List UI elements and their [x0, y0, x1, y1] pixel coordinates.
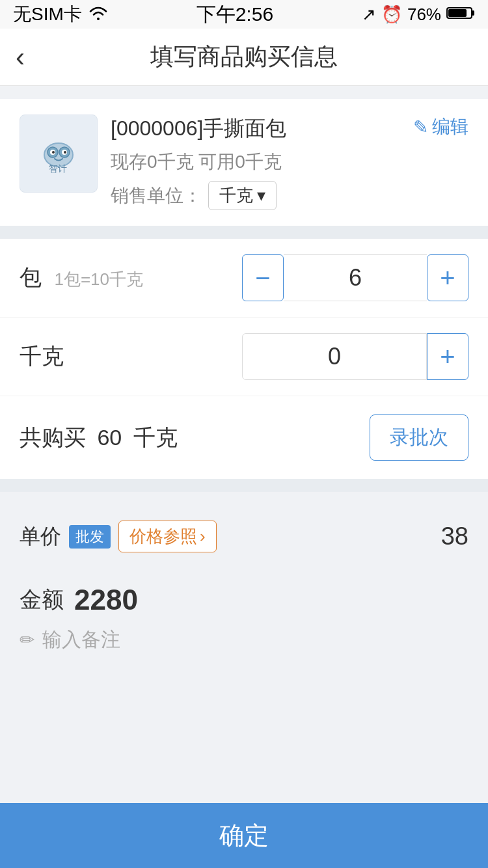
- battery-text: 76%: [407, 5, 441, 25]
- svg-text:智计: 智计: [49, 163, 67, 173]
- total-row: 共购买 60 千克 录批次: [0, 396, 488, 479]
- package-hint: 1包=10千克: [54, 269, 143, 289]
- record-batch-button[interactable]: 录批次: [370, 414, 468, 461]
- amount-value: 2280: [74, 584, 138, 616]
- amount-row: 金额 2280: [20, 584, 468, 616]
- price-left: 单价 批发 价格参照 ›: [20, 521, 217, 552]
- price-tag-wholesale: 批发: [69, 525, 111, 549]
- package-plus-button[interactable]: +: [427, 254, 468, 301]
- svg-rect-1: [472, 10, 474, 16]
- total-text: 共购买 60 千克: [20, 423, 178, 453]
- remark-placeholder: 输入备注: [42, 627, 120, 653]
- price-value: 38: [441, 522, 468, 550]
- product-unit: 销售单位： 千克 ▾: [111, 181, 468, 210]
- confirm-button[interactable]: 确定: [0, 803, 488, 868]
- status-time: 下午2:56: [197, 1, 273, 28]
- back-button[interactable]: ‹: [16, 42, 25, 73]
- kg-quantity-control: +: [242, 333, 468, 380]
- svg-point-8: [52, 151, 55, 154]
- price-reference-button[interactable]: 价格参照 ›: [118, 521, 217, 552]
- package-quantity-control: − +: [242, 254, 468, 301]
- package-label: 包 1包=10千克: [20, 263, 242, 293]
- edit-button[interactable]: ✎ 编辑: [413, 115, 468, 139]
- package-minus-button[interactable]: −: [242, 254, 284, 301]
- nav-bar: ‹ 填写商品购买信息: [0, 29, 488, 86]
- kg-plus-button[interactable]: +: [427, 333, 468, 380]
- status-right: ↗ ⏰ 76%: [362, 5, 475, 25]
- amount-label: 金额: [20, 585, 64, 615]
- alarm-icon: ⏰: [381, 5, 402, 25]
- section-divider-2: [0, 479, 488, 492]
- chevron-right-icon: ›: [200, 526, 206, 547]
- kg-row: 千克 +: [0, 318, 488, 396]
- pencil-icon: ✏: [20, 629, 34, 651]
- price-row: 单价 批发 价格参照 › 38: [20, 521, 468, 552]
- product-stock: 现存0千克 可用0千克: [111, 150, 468, 174]
- unit-select[interactable]: 千克 ▾: [208, 181, 277, 210]
- package-row: 包 1包=10千克 − +: [0, 239, 488, 318]
- product-name: [0000006]手撕面包: [111, 115, 286, 143]
- amount-section: 金额 2280 ✏ 输入备注: [0, 568, 488, 664]
- kg-quantity-input[interactable]: [242, 333, 427, 380]
- price-label: 单价: [20, 522, 61, 551]
- wifi-icon: [88, 4, 108, 25]
- location-icon: ↗: [362, 5, 376, 25]
- dropdown-arrow-icon: ▾: [257, 185, 265, 206]
- product-thumbnail: 智计: [20, 115, 98, 193]
- carrier-text: 无SIM卡: [13, 2, 82, 27]
- status-bar: 无SIM卡 下午2:56 ↗ ⏰ 76%: [0, 0, 488, 29]
- product-info: [0000006]手撕面包 ✎ 编辑 现存0千克 可用0千克 销售单位： 千克 …: [111, 115, 468, 210]
- section-divider-1: [0, 226, 488, 239]
- svg-rect-2: [448, 9, 467, 17]
- input-section: 包 1包=10千克 − + 千克 +: [0, 239, 488, 396]
- edit-icon: ✎: [413, 116, 428, 138]
- price-section: 单价 批发 价格参照 › 38: [0, 505, 488, 568]
- battery-icon: [446, 5, 475, 25]
- package-quantity-input[interactable]: [284, 254, 427, 301]
- svg-point-9: [64, 151, 66, 154]
- page-title: 填写商品购买信息: [150, 41, 338, 73]
- status-left: 无SIM卡: [13, 2, 108, 27]
- remark-row[interactable]: ✏ 输入备注: [20, 627, 468, 653]
- product-card: 智计 [0000006]手撕面包 ✎ 编辑 现存0千克 可用0千克 销售单位： …: [0, 99, 488, 226]
- kg-label: 千克: [20, 342, 242, 372]
